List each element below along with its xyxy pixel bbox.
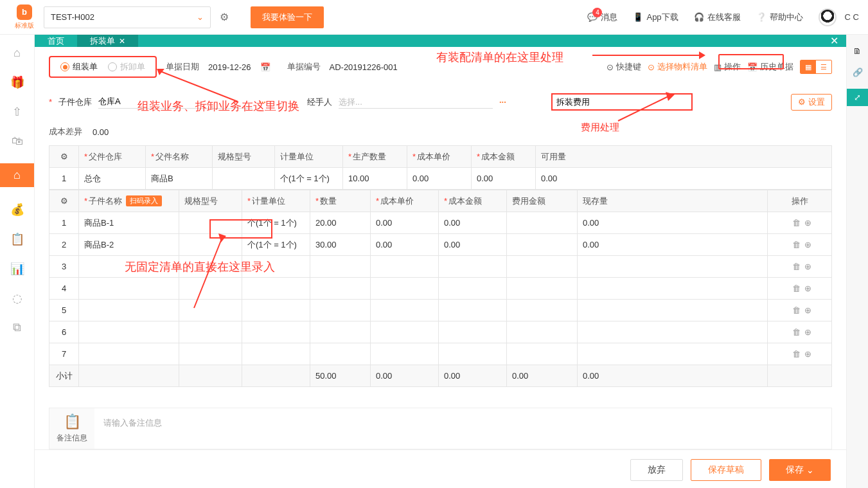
calendar-icon[interactable]: 📅 bbox=[260, 62, 270, 72]
radio-disassemble[interactable]: 拆卸单 bbox=[108, 61, 145, 73]
nav-gift-icon[interactable]: 🎁 bbox=[10, 75, 24, 89]
arrow-right-icon bbox=[590, 50, 705, 61]
materials-button[interactable]: ⊙ 选择物料清单 bbox=[648, 61, 707, 73]
notes-input[interactable]: 请输入备注信息 bbox=[94, 408, 831, 449]
add-row-icon[interactable]: ⊕ bbox=[804, 240, 811, 249]
user-menu[interactable]: C C bbox=[819, 8, 859, 26]
more-icon[interactable]: ··· bbox=[499, 97, 506, 107]
child-row[interactable]: 1商品B-1个(1个 = 1个)20.000.000.000.00🗑⊕ bbox=[49, 212, 832, 234]
parent-table: ⚙ *父件仓库 *父件名称 规格型号 计量单位 *生产数量 *成本单价 *成本金… bbox=[49, 145, 832, 190]
headset-icon: 🎧 bbox=[694, 12, 704, 22]
help-icon: ❔ bbox=[756, 12, 766, 22]
child-row[interactable]: 7🗑⊕ bbox=[49, 343, 832, 365]
arrow-sw-icon bbox=[190, 233, 267, 311]
logo: b 标准版 bbox=[9, 5, 40, 30]
number-value: AD-20191226-001 bbox=[330, 62, 398, 72]
svg-line-2 bbox=[161, 71, 238, 102]
radio-assemble[interactable]: 组装单 bbox=[60, 61, 98, 73]
trial-button[interactable]: 我要体验一下 bbox=[251, 6, 324, 28]
phone-icon: 📱 bbox=[633, 12, 643, 22]
parent-header: ⚙ *父件仓库 *父件名称 规格型号 计量单位 *生产数量 *成本单价 *成本金… bbox=[49, 146, 832, 168]
annotation-materials-box bbox=[718, 54, 784, 69]
account-name: TEST-H002 bbox=[51, 12, 94, 22]
delete-icon[interactable]: 🗑 bbox=[792, 284, 801, 293]
radio-off-icon bbox=[108, 62, 117, 71]
list-view-icon: ☰ bbox=[816, 60, 831, 73]
left-nav: ⌂ 🎁 ⇧ 🛍 ⌂ 💰 📋 📊 ◌ ⧉ bbox=[0, 35, 35, 488]
handler-input[interactable] bbox=[339, 96, 493, 109]
save-button[interactable]: 保存 ⌄ bbox=[769, 459, 831, 481]
rail-doc-icon[interactable]: 🗎 bbox=[853, 46, 862, 56]
cost-diff-value: 0.00 bbox=[93, 127, 109, 137]
notes-icon: 📋 bbox=[64, 413, 81, 430]
delete-icon[interactable]: 🗑 bbox=[792, 240, 801, 249]
tab-home[interactable]: 首页 bbox=[35, 35, 77, 47]
nav-bag-icon[interactable]: 🛍 bbox=[12, 134, 23, 148]
notes-card: 📋 备注信息 请输入备注信息 bbox=[49, 408, 832, 449]
child-table: ⚙ *子件名称扫码录入 规格型号 *计量单位 *数量 *成本单价 *成本金额 费… bbox=[49, 190, 832, 387]
nav-money-icon[interactable]: 💰 bbox=[10, 203, 24, 217]
edition-label: 标准版 bbox=[15, 21, 34, 30]
settings-button[interactable]: ⚙ 设置 bbox=[791, 94, 832, 111]
delete-icon[interactable]: 🗑 bbox=[792, 218, 801, 228]
nav-warehouse-icon[interactable]: ⌂ bbox=[0, 163, 34, 187]
nav-loading-icon[interactable]: ◌ bbox=[12, 291, 22, 305]
add-row-icon[interactable]: ⊕ bbox=[804, 284, 811, 293]
svg-marker-7 bbox=[218, 233, 226, 242]
child-row[interactable]: 4🗑⊕ bbox=[49, 278, 832, 300]
child-row[interactable]: 2商品B-2个(1个 = 1个)30.000.000.000.00🗑⊕ bbox=[49, 234, 832, 256]
support-link[interactable]: 🎧 在线客服 bbox=[694, 12, 741, 23]
add-row-icon[interactable]: ⊕ bbox=[804, 305, 811, 315]
child-header: ⚙ *子件名称扫码录入 规格型号 *计量单位 *数量 *成本单价 *成本金额 费… bbox=[49, 190, 832, 212]
discard-button[interactable]: 放弃 bbox=[630, 459, 683, 481]
add-row-icon[interactable]: ⊕ bbox=[804, 262, 811, 271]
topbar: b 标准版 TEST-H002 ⌄ ⚙ 我要体验一下 💬 消息 4 📱 App下… bbox=[0, 0, 868, 35]
close-icon[interactable]: ✕ bbox=[119, 37, 125, 46]
svg-line-4 bbox=[618, 96, 669, 121]
add-row-icon[interactable]: ⊕ bbox=[804, 327, 811, 337]
nav-report-icon[interactable]: 📊 bbox=[10, 262, 24, 276]
header-gear[interactable]: ⚙ bbox=[49, 146, 79, 168]
chevron-down-icon: ⌄ bbox=[806, 465, 814, 475]
view-switch[interactable]: ▦ ☰ bbox=[800, 60, 832, 74]
arrow-ne-icon bbox=[612, 92, 676, 124]
svg-marker-5 bbox=[666, 92, 675, 101]
avatar-icon bbox=[819, 8, 837, 26]
app-download-link[interactable]: 📱 App下载 bbox=[633, 12, 678, 23]
grid-view-icon: ▦ bbox=[801, 60, 816, 73]
notes-side: 📋 备注信息 bbox=[49, 408, 94, 449]
tab-disassemble[interactable]: 拆装单 ✕ bbox=[77, 35, 138, 47]
save-draft-button[interactable]: 保存草稿 bbox=[691, 459, 761, 481]
header-gear[interactable]: ⚙ bbox=[49, 190, 79, 212]
delete-icon[interactable]: 🗑 bbox=[792, 327, 801, 337]
annotation-bom: 有装配清单的在这里处理 bbox=[436, 50, 563, 65]
shortcut-link[interactable]: ⊙ 快捷键 bbox=[607, 61, 641, 73]
add-row-icon[interactable]: ⊕ bbox=[804, 349, 811, 359]
child-row[interactable]: 5🗑⊕ bbox=[49, 300, 832, 321]
scan-tag[interactable]: 扫码录入 bbox=[126, 195, 162, 206]
rail-expand-icon[interactable]: ⤢ bbox=[847, 89, 868, 106]
account-select[interactable]: TEST-H002 ⌄ bbox=[44, 6, 211, 28]
close-all-tabs[interactable]: ✕ bbox=[822, 35, 846, 47]
gear-icon[interactable]: ⚙ bbox=[220, 11, 233, 23]
nav-up-icon[interactable]: ⇧ bbox=[12, 105, 22, 119]
nav-new-icon[interactable]: ⧉ bbox=[13, 321, 21, 334]
child-row[interactable]: 6🗑⊕ bbox=[49, 321, 832, 343]
footer: 放弃 保存草稿 保存 ⌄ bbox=[35, 449, 846, 488]
help-link[interactable]: ❔ 帮助中心 bbox=[756, 12, 803, 23]
svg-line-6 bbox=[194, 237, 222, 308]
delete-icon[interactable]: 🗑 bbox=[792, 305, 801, 315]
rail-link-icon[interactable]: 🔗 bbox=[853, 68, 863, 77]
delete-icon[interactable]: 🗑 bbox=[792, 262, 801, 271]
chevron-down-icon: ⌄ bbox=[197, 12, 204, 22]
cost-diff-label: 成本差异 bbox=[49, 126, 82, 138]
arrow-nw-icon bbox=[154, 66, 244, 105]
nav-home-icon[interactable]: ⌂ bbox=[13, 46, 21, 60]
msg-count-badge: 4 bbox=[592, 8, 602, 17]
add-row-icon[interactable]: ⊕ bbox=[804, 218, 811, 228]
nav-clipboard-icon[interactable]: 📋 bbox=[10, 232, 24, 246]
parent-row[interactable]: 1 总仓 商品B 个(1个 = 1个) 10.00 0.00 0.00 0.00 bbox=[49, 168, 832, 190]
tabs-strip: 首页 拆装单 ✕ ✕ bbox=[35, 35, 846, 47]
delete-icon[interactable]: 🗑 bbox=[792, 349, 801, 359]
messages-link[interactable]: 💬 消息 4 bbox=[587, 12, 617, 23]
